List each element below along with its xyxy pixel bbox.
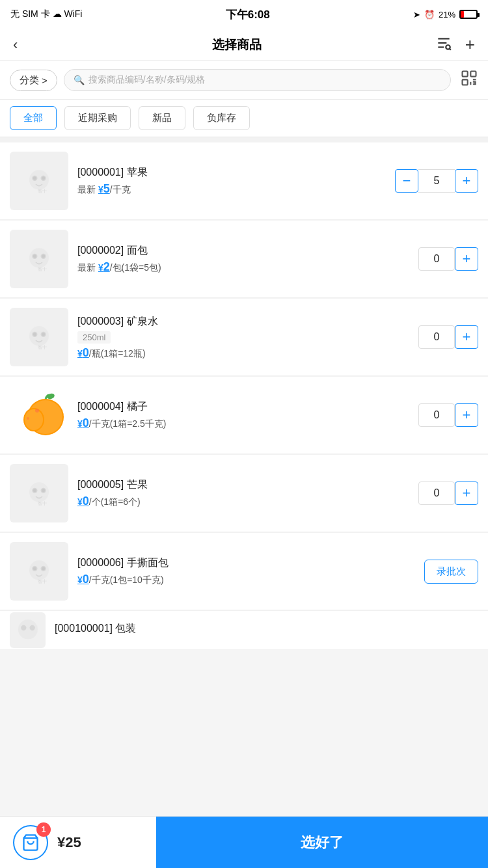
product-info-0000003: [0000003] 矿泉水 250ml ¥0/瓶(1箱=12瓶): [77, 315, 418, 360]
page-title: 选择商品: [212, 36, 262, 53]
product-price-0000001: 最新 ¥5/千克: [77, 182, 395, 196]
product-image-0000005: 智十: [10, 464, 68, 522]
tab-recent[interactable]: 近期采购: [64, 106, 131, 130]
svg-point-51: [18, 619, 38, 639]
product-name-000100001: [000100001] 包装: [55, 622, 478, 636]
product-name-0000002: [0000002] 面包: [77, 244, 418, 258]
product-info-0000001: [0000001] 苹果 最新 ¥5/千克: [77, 166, 395, 196]
qty-plus-0000005[interactable]: +: [455, 481, 478, 505]
back-button[interactable]: ‹: [13, 36, 39, 53]
svg-point-26: [29, 326, 49, 346]
qty-input-0000002[interactable]: [418, 247, 455, 271]
location-icon: ➤: [413, 10, 420, 20]
qty-plus-0000003[interactable]: +: [455, 325, 478, 349]
status-time: 下午6:08: [226, 7, 270, 22]
status-left: 无 SIM 卡 ☁ WiFi: [10, 8, 82, 20]
qty-input-0000003[interactable]: [418, 325, 455, 349]
product-item-0000005: 智十 [0000005] 芒果 ¥0/个(1箱=6个) +: [0, 455, 488, 532]
search-box[interactable]: 🔍 搜索商品编码/名称/条码/规格: [64, 69, 451, 91]
sim-label: 无 SIM 卡 ☁ WiFi: [10, 8, 82, 20]
product-price-0000005: ¥0/个(1箱=6个): [77, 495, 418, 508]
product-name-0000003: [0000003] 矿泉水: [77, 315, 418, 329]
product-item-0000006: 智十 [0000006] 手撕面包 ¥0/千克(1包=10千克) 录批次: [0, 533, 488, 610]
svg-point-18: [42, 176, 45, 180]
svg-point-52: [21, 625, 26, 630]
product-image-0000003: 智十: [10, 308, 68, 366]
tab-negative[interactable]: 负库存: [193, 106, 250, 130]
confirm-button[interactable]: 选好了: [156, 817, 488, 869]
tab-new[interactable]: 新品: [139, 106, 185, 130]
product-item-0000003: 智十 [0000003] 矿泉水 250ml ¥0/瓶(1箱=12瓶) +: [0, 299, 488, 376]
cart-badge: 1: [36, 822, 51, 837]
product-name-0000006: [0000006] 手撕面包: [77, 556, 424, 570]
battery-percent: 21%: [439, 10, 455, 20]
product-spec-0000003: 250ml: [77, 331, 111, 344]
svg-point-43: [42, 489, 45, 492]
cart-section: 1 ¥25: [0, 825, 156, 860]
product-price-0000002: 最新 ¥2/包(1袋=5包): [77, 260, 418, 274]
svg-text:智十: 智十: [38, 267, 47, 271]
section-divider: [0, 137, 488, 142]
svg-point-29: [33, 332, 36, 336]
svg-text:智十: 智十: [38, 501, 47, 506]
svg-point-39: [29, 482, 49, 502]
tab-all[interactable]: 全部: [10, 106, 57, 130]
svg-point-48: [33, 567, 36, 570]
tab-bar: 全部 近期采购 新品 负库存: [0, 100, 488, 137]
category-button[interactable]: 分类 >: [10, 70, 57, 91]
filter-button[interactable]: [435, 34, 452, 55]
svg-point-14: [29, 170, 49, 189]
svg-rect-5: [463, 72, 468, 77]
battery-icon: [459, 10, 478, 19]
qty-input-0000005[interactable]: [418, 481, 455, 505]
qty-plus-0000002[interactable]: +: [455, 247, 478, 271]
alarm-icon: ⏰: [424, 10, 435, 20]
product-item-0000002: 智十 [0000002] 面包 最新 ¥2/包(1袋=5包) +: [0, 221, 488, 298]
batch-button-0000006[interactable]: 录批次: [424, 560, 478, 584]
product-price-0000006: ¥0/千克(1包=10千克): [77, 573, 424, 586]
chevron-right-icon: >: [42, 75, 47, 86]
product-price-0000004: ¥0/千克(1箱=2.5千克): [77, 416, 418, 430]
qty-minus-0000001[interactable]: −: [395, 169, 418, 193]
svg-text:智十: 智十: [38, 189, 47, 193]
nav-bar: ‹ 选择商品 +: [0, 29, 488, 61]
status-bar: 无 SIM 卡 ☁ WiFi 下午6:08 ➤ ⏰ 21%: [0, 0, 488, 29]
add-button[interactable]: +: [465, 34, 475, 55]
product-image-0000001: 智十: [10, 152, 68, 210]
cart-button[interactable]: 1: [13, 825, 48, 860]
search-icon: 🔍: [74, 75, 85, 85]
svg-point-38: [27, 417, 29, 420]
filter-bar: 分类 > 🔍 搜索商品编码/名称/条码/规格: [0, 61, 488, 100]
product-image-000100001: [10, 612, 46, 648]
nav-actions: +: [435, 34, 475, 55]
qty-plus-0000004[interactable]: +: [455, 403, 478, 427]
product-info-0000002: [0000002] 面包 最新 ¥2/包(1袋=5包): [77, 244, 418, 274]
qty-control-0000002: +: [418, 247, 478, 271]
product-info-0000006: [0000006] 手撕面包 ¥0/千克(1包=10千克): [77, 556, 424, 586]
svg-point-17: [33, 176, 36, 180]
svg-point-24: [42, 254, 45, 258]
bottom-bar: 1 ¥25 选好了: [0, 816, 488, 868]
svg-text:智十: 智十: [38, 579, 47, 584]
qty-control-0000001: − +: [395, 169, 478, 193]
product-list: 智十 [0000001] 苹果 最新 ¥5/千克 − +: [0, 142, 488, 650]
product-image-0000004: [10, 386, 68, 444]
product-name-0000005: [0000005] 芒果: [77, 478, 418, 492]
svg-point-42: [33, 489, 36, 492]
search-placeholder: 搜索商品编码/名称/条码/规格: [88, 74, 206, 86]
svg-point-36: [46, 392, 55, 400]
svg-point-23: [33, 254, 36, 258]
svg-rect-6: [470, 72, 476, 77]
svg-point-53: [29, 625, 34, 630]
qty-input-0000001[interactable]: [418, 169, 455, 193]
qty-input-0000004[interactable]: [418, 403, 455, 427]
svg-point-45: [29, 560, 49, 580]
svg-rect-7: [463, 79, 468, 85]
scan-button[interactable]: [460, 69, 478, 91]
product-item-000100001: [000100001] 包装: [0, 611, 488, 650]
cart-total: ¥25: [57, 834, 81, 851]
qty-plus-0000001[interactable]: +: [455, 169, 478, 193]
svg-line-4: [449, 48, 450, 49]
product-name-0000001: [0000001] 苹果: [77, 166, 395, 180]
product-image-0000006: 智十: [10, 542, 68, 601]
